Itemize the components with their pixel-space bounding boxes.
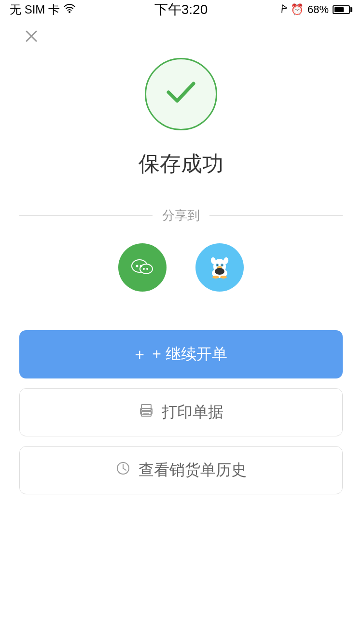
history-button[interactable]: 查看销货单历史 bbox=[19, 446, 343, 494]
svg-point-6 bbox=[143, 268, 145, 270]
success-title: 保存成功 bbox=[139, 150, 223, 178]
battery-percentage: 68% bbox=[307, 3, 329, 16]
svg-point-19 bbox=[220, 276, 227, 279]
action-buttons: + + 继续开单 打印单据 bbox=[0, 330, 362, 494]
alarm-icon: ⏰ bbox=[291, 3, 304, 16]
wifi-icon bbox=[64, 3, 75, 16]
print-label: 打印单据 bbox=[162, 402, 223, 423]
success-icon-circle bbox=[145, 58, 217, 130]
continue-button[interactable]: + + 继续开单 bbox=[19, 330, 343, 378]
svg-point-7 bbox=[146, 268, 148, 270]
share-icons-container bbox=[118, 243, 244, 292]
share-label: 分享到 bbox=[153, 207, 209, 224]
no-sim-label: 无 SIM 卡 bbox=[10, 2, 60, 17]
close-button[interactable] bbox=[19, 24, 43, 48]
svg-point-11 bbox=[217, 265, 218, 266]
status-time: 下午3:20 bbox=[154, 0, 208, 19]
svg-point-12 bbox=[222, 265, 223, 266]
location-icon bbox=[278, 3, 287, 16]
main-content: 保存成功 分享到 bbox=[0, 19, 362, 494]
divider-left bbox=[19, 215, 153, 216]
svg-point-18 bbox=[212, 276, 219, 279]
svg-point-4 bbox=[136, 265, 139, 267]
checkmark-icon bbox=[162, 72, 200, 117]
svg-point-5 bbox=[140, 265, 142, 267]
qq-share-button[interactable] bbox=[195, 243, 244, 292]
status-left: 无 SIM 卡 bbox=[10, 2, 75, 17]
share-section: 分享到 bbox=[0, 207, 362, 224]
plus-icon: + bbox=[135, 345, 144, 364]
svg-rect-20 bbox=[141, 405, 151, 410]
status-right: ⏰ 68% bbox=[278, 3, 352, 16]
printer-icon bbox=[139, 403, 154, 422]
divider-right bbox=[209, 215, 343, 216]
wechat-share-button[interactable] bbox=[118, 243, 167, 292]
svg-point-25 bbox=[150, 410, 151, 411]
continue-label: + 继续开单 bbox=[152, 344, 227, 365]
status-bar: 无 SIM 卡 下午3:20 ⏰ 68% bbox=[0, 0, 362, 19]
battery-icon bbox=[333, 5, 352, 14]
history-label: 查看销货单历史 bbox=[139, 460, 247, 481]
svg-point-17 bbox=[215, 268, 224, 275]
clock-icon bbox=[115, 461, 131, 480]
print-button[interactable]: 打印单据 bbox=[19, 388, 343, 436]
